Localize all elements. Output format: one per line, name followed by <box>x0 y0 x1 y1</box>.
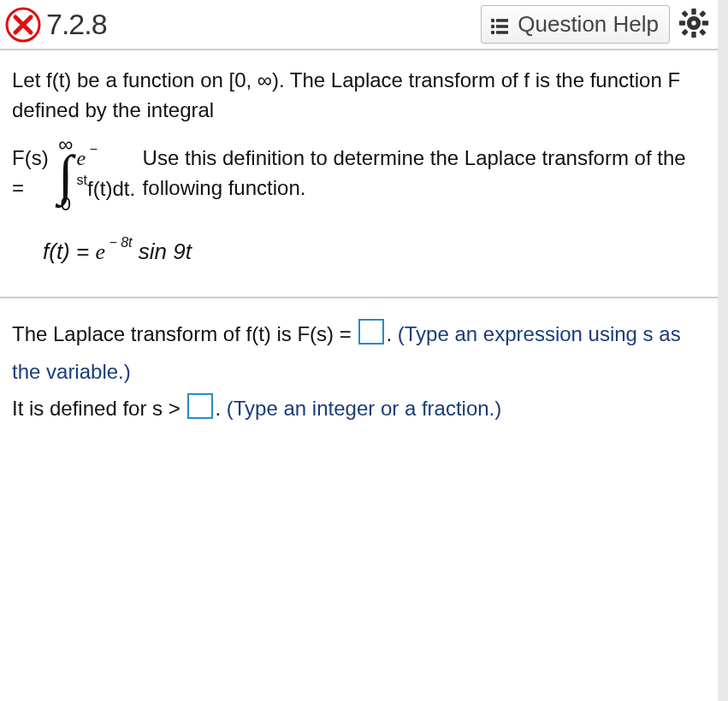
fs-equals: F(s) = <box>12 144 55 203</box>
header-right: Question Help <box>481 5 711 44</box>
svg-rect-13 <box>702 21 708 25</box>
answer2-prefix: It is defined for s > <box>12 397 186 420</box>
given-e-exponent: − 8t <box>105 235 133 250</box>
svg-rect-10 <box>691 8 695 14</box>
integral-definition: F(s) = ∞ ∫ 0 e − stf(t)dt. Use this defi… <box>12 134 706 214</box>
question-number: 7.2.8 <box>46 8 107 41</box>
svg-rect-14 <box>682 10 689 17</box>
given-e-base: e <box>95 239 105 264</box>
given-tail: sin 9t <box>133 239 192 264</box>
integral-sign: ∫ <box>58 153 74 197</box>
question-help-label: Question Help <box>518 11 659 38</box>
svg-rect-17 <box>699 28 706 35</box>
svg-rect-4 <box>496 19 508 22</box>
integral-symbol: ∞ ∫ 0 <box>58 134 74 214</box>
given-lhs: f(t) = <box>43 239 95 264</box>
post-integral-text: Use this definition to determine the Lap… <box>143 144 706 203</box>
integrand-tail: f(t)dt. <box>87 177 135 200</box>
list-icon <box>490 15 509 34</box>
svg-point-9 <box>690 18 699 27</box>
svg-rect-15 <box>699 10 706 17</box>
question-header: 7.2.8 Question Help <box>0 0 718 50</box>
problem-statement: Let f(t) be a function on [0, ∞). The La… <box>0 50 718 288</box>
header-left: 7.2.8 <box>5 7 107 43</box>
answer1-prefix: The Laplace transform of f(t) is F(s) = <box>12 322 357 345</box>
settings-button[interactable] <box>677 8 711 42</box>
svg-rect-6 <box>496 25 508 28</box>
e-base: e <box>77 147 86 169</box>
intro-text: Let f(t) be a function on [0, ∞). The La… <box>12 66 706 126</box>
integral-lower-limit: 0 <box>61 195 71 214</box>
answer-line-2: It is defined for s > . (Type an integer… <box>12 390 706 427</box>
answer2-hint: (Type an integer or a fraction.) <box>221 397 501 420</box>
svg-point-7 <box>491 30 494 33</box>
answer-section: The Laplace transform of f(t) is F(s) = … <box>0 315 718 427</box>
answer-input-2[interactable] <box>187 393 213 419</box>
svg-rect-12 <box>679 21 685 25</box>
answer-line-1: The Laplace transform of f(t) is F(s) = … <box>12 315 706 389</box>
svg-rect-16 <box>682 28 689 35</box>
svg-point-5 <box>491 24 494 27</box>
svg-rect-8 <box>496 31 508 34</box>
question-help-button[interactable]: Question Help <box>481 5 670 44</box>
incorrect-icon <box>5 7 41 43</box>
answer-input-1[interactable] <box>358 319 384 345</box>
given-function: f(t) = e − 8t sin 9t <box>43 236 706 268</box>
integrand: e − stf(t)dt. <box>77 143 143 204</box>
svg-rect-11 <box>691 31 695 37</box>
svg-point-3 <box>491 18 494 21</box>
gear-icon <box>678 8 709 42</box>
separator <box>0 297 718 298</box>
